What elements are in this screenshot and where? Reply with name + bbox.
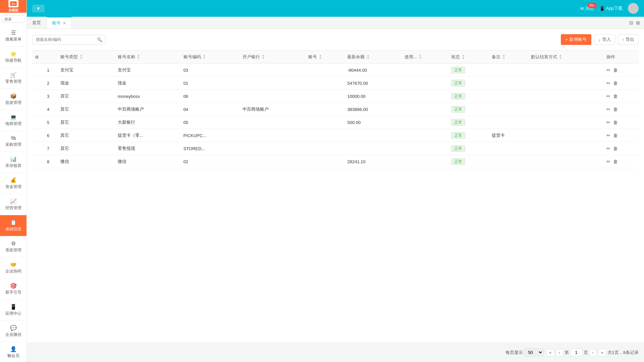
col-type-label: 账号类型: [60, 54, 78, 60]
sidebar-item-purchase[interactable]: 🛍 采购管理: [0, 131, 26, 152]
col-name[interactable]: 账号名称 ▲▼: [115, 51, 181, 64]
delete-icon[interactable]: 🗑: [613, 146, 618, 151]
row-type: 其它: [58, 142, 115, 155]
prev-page-button[interactable]: ‹: [556, 349, 563, 356]
export-button[interactable]: ↑ 导出: [618, 34, 639, 45]
row-gear: [32, 64, 44, 77]
last-page-button[interactable]: »: [598, 349, 606, 356]
page-size-select[interactable]: 50 100 200: [524, 348, 543, 357]
search-input[interactable]: [36, 37, 97, 42]
delete-icon[interactable]: 🗑: [613, 80, 618, 86]
message-icon: ✉: [580, 6, 584, 11]
status-badge: 正常: [451, 158, 465, 165]
page-suffix-label: 页: [584, 350, 588, 356]
col-balance[interactable]: 最新余额 ▲▼: [344, 51, 402, 64]
edit-icon[interactable]: ✏: [606, 94, 610, 99]
tab-home[interactable]: 首页: [27, 17, 47, 28]
row-status: 正常: [448, 129, 489, 142]
edit-icon[interactable]: ✏: [606, 146, 610, 151]
col-notes[interactable]: 备注 ▲▼: [489, 51, 528, 64]
sidebar-search-input[interactable]: [2, 15, 24, 23]
delete-icon[interactable]: 🗑: [613, 133, 618, 138]
row-name: 支付宝: [115, 64, 181, 77]
delete-icon[interactable]: 🗑: [613, 67, 618, 73]
col-bank[interactable]: 开户银行 ▲▼: [240, 51, 306, 64]
sidebar-item-wechat-work[interactable]: 💬 企业微信: [0, 321, 26, 342]
row-gear: [32, 142, 44, 155]
tab-maximize-button[interactable]: ⊞: [635, 19, 641, 27]
col-status[interactable]: 状态 ▲▼: [448, 51, 489, 64]
edit-icon[interactable]: ✏: [606, 67, 610, 73]
delete-icon[interactable]: 🗑: [613, 120, 618, 125]
sidebar-item-enterprise[interactable]: 🤝 企业协同: [0, 257, 26, 279]
first-page-button[interactable]: «: [546, 349, 554, 356]
search-box[interactable]: 🔍: [32, 35, 106, 45]
delete-icon[interactable]: 🗑: [613, 159, 618, 164]
row-gear: [32, 129, 44, 142]
export-icon: ↑: [622, 37, 625, 42]
sidebar-item-operations[interactable]: 📈 经营管理: [0, 194, 26, 215]
search-icon[interactable]: 🔍: [97, 37, 102, 42]
sidebar-item-label: 经营管理: [5, 205, 21, 211]
col-account[interactable]: 账号 ▲▼: [306, 51, 345, 64]
sidebar-item-wholesale[interactable]: 📦 批发管理: [0, 89, 26, 110]
edit-icon[interactable]: ✏: [606, 80, 610, 86]
import-button[interactable]: ↓ 导入: [594, 34, 615, 45]
tab-minimize-button[interactable]: ⊟: [628, 19, 635, 27]
sidebar-item-appcenter[interactable]: 📱 应用中心: [0, 300, 26, 321]
col-payment[interactable]: 默认结算方式 ▲▼: [528, 51, 604, 64]
page-prefix-label: 第: [565, 350, 569, 356]
page-number-input[interactable]: [570, 349, 582, 356]
wechat-work-icon: 💬: [10, 325, 17, 331]
table-row: 1 支付宝 支付宝 03 -90444.00 正常 ✏ 🗑: [32, 64, 639, 77]
tab-close-icon[interactable]: ✕: [63, 21, 66, 25]
row-name: 中百商场账户: [115, 103, 181, 116]
delete-icon[interactable]: 🗑: [613, 107, 618, 112]
sidebar-item-member[interactable]: 👤 畅会员: [0, 342, 26, 362]
sidebar-item-basic-info[interactable]: 📋 基础信息: [0, 215, 26, 236]
col-usage[interactable]: 使用... ▲▼: [402, 51, 448, 64]
gear-icon[interactable]: ⚙: [35, 55, 39, 60]
user-avatar[interactable]: [628, 3, 639, 14]
row-account: [306, 103, 345, 116]
row-code: 05: [181, 116, 240, 129]
col-balance-label: 最新余额: [347, 54, 365, 60]
delete-icon[interactable]: 🗑: [613, 94, 618, 99]
logo-icon: Ea: [8, 0, 18, 7]
col-payment-label: 默认结算方式: [531, 54, 557, 60]
col-type[interactable]: 账号类型 ▲▼: [58, 51, 115, 64]
message-button[interactable]: ✉ 消息 99+: [580, 5, 594, 11]
sidebar-item-system[interactable]: ⚙ 系统管理: [0, 236, 26, 257]
row-account: [306, 142, 345, 155]
sidebar: Ea 乐橙版 ☰ 搜索菜单 ⭐ 快捷导航 🛒 零售管理 📦 批发管理 💻 电商管…: [0, 0, 27, 362]
edit-icon[interactable]: ✏: [606, 133, 610, 138]
import-icon: ↓: [598, 37, 601, 42]
col-code[interactable]: 账号编码 ▲▼: [181, 51, 240, 64]
row-code: PICKUPC...: [181, 129, 240, 142]
row-payment: [528, 103, 604, 116]
row-account: [306, 90, 345, 103]
edit-icon[interactable]: ✏: [606, 120, 610, 125]
sidebar-item-retail[interactable]: 🛒 零售管理: [0, 68, 26, 89]
sidebar-item-guide[interactable]: 🎯 新手引导: [0, 279, 26, 300]
sidebar-item-quicknav[interactable]: ⭐ 快捷导航: [0, 47, 26, 68]
row-payment: [528, 142, 604, 155]
edit-icon[interactable]: ✏: [606, 107, 610, 112]
toolbar: 🔍 + 新增账号 ↓ 导入 ↑ 导出: [32, 34, 639, 45]
tab-account[interactable]: 账号 ✕: [47, 17, 72, 28]
row-status: 正常: [448, 90, 489, 103]
app-download-button[interactable]: 📱 App下载: [599, 5, 623, 11]
next-page-button[interactable]: ›: [589, 349, 597, 356]
store-dropdown[interactable]: ▼: [32, 5, 45, 12]
operations-icon: 📈: [10, 198, 17, 204]
sidebar-item-finance[interactable]: 💰 资金管理: [0, 173, 26, 194]
tab-home-label: 首页: [32, 20, 41, 26]
sidebar-item-search[interactable]: ☰ 搜索菜单: [0, 25, 26, 47]
sidebar-search-container: [0, 13, 26, 25]
add-account-button[interactable]: + 新增账号: [561, 34, 591, 45]
sidebar-item-ecommerce[interactable]: 💻 电商管理: [0, 110, 26, 131]
sidebar-item-inventory[interactable]: 📊 库存核算: [0, 152, 26, 173]
row-code: 04: [181, 103, 240, 116]
header-left: ▼: [32, 5, 45, 12]
edit-icon[interactable]: ✏: [606, 159, 610, 164]
